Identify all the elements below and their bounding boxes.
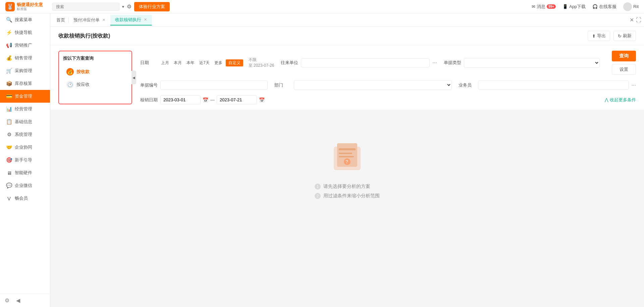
sidebar-item-marketing[interactable]: 📢 营销推广 [0, 39, 50, 52]
quick-date-last-month[interactable]: 上月 [160, 59, 170, 66]
query-button[interactable]: 查询 [612, 51, 636, 61]
settings-button[interactable]: 设置 [612, 64, 636, 75]
tab-prepay-close[interactable]: ✕ [102, 18, 105, 22]
collapse-more-label: 收起更多条件 [610, 97, 636, 103]
salesperson-input[interactable] [478, 81, 629, 90]
sidebar-label-search: 搜索菜单 [15, 17, 32, 23]
purchase-icon: 🛒 [6, 68, 12, 74]
sidebar-item-shortcut[interactable]: ⚡ 快捷导航 [0, 26, 50, 39]
messages-btn[interactable]: ✉ 消息 99+ [532, 4, 556, 10]
filter-sidebar: 按以下方案查询 💰 按收款 🕐 按应收 ◀ [58, 51, 132, 104]
filter-receivable-icon: 🕐 [66, 81, 74, 88]
sidebar-settings-icon[interactable]: ⚙ [5, 297, 9, 304]
user-avatar [623, 2, 632, 11]
tab-bar: 首页 预付冲应付单 ✕ 收款核销执行 ✕ ✕ ⛶ [50, 13, 644, 27]
basic-icon: 📋 [6, 119, 12, 125]
sidebar-item-wechat[interactable]: 💬 企业微信 [0, 179, 50, 192]
writeoff-end-input[interactable] [217, 95, 257, 104]
writeoff-end-calendar-icon[interactable]: 📅 [259, 97, 265, 103]
sidebar-item-inventory[interactable]: 📦 库存核算 [0, 77, 50, 90]
tab-writeoff-close[interactable]: ✕ [144, 17, 147, 22]
writeoff-date-label: 核销日期 [140, 97, 158, 103]
counterparty-ellipsis-btn[interactable]: ··· [432, 60, 437, 66]
sidebar-label-finance: 资金管理 [15, 93, 32, 99]
sidebar-label-management: 经营管理 [15, 106, 32, 112]
writeoff-start-calendar-icon[interactable]: 📅 [203, 97, 208, 103]
quick-date-custom[interactable]: 自定义 [226, 59, 243, 66]
trial-button[interactable]: 体验行业方案 [134, 2, 170, 11]
sidebar-label-inventory: 库存核算 [15, 81, 32, 87]
edition-label: 标准版 [17, 7, 43, 11]
app-download-btn[interactable]: 📱 App下载 [562, 4, 586, 10]
tab-close-all-btn[interactable]: ✕ [630, 17, 634, 23]
query-actions: 查询 设置 [612, 51, 636, 75]
quick-date-7days[interactable]: 近7天 [198, 59, 211, 66]
top-header: 🐰 畅捷通好生意 标准版 ▾ ⚙ 体验行业方案 ✉ 消息 99+ 📱 App下载… [0, 0, 644, 13]
empty-tips: 1 请先选择要分析的方案 2 用过滤条件来缩小分析范围 [315, 184, 380, 199]
app-download-label: App下载 [569, 4, 586, 10]
user-menu[interactable]: Rit [623, 2, 639, 11]
filter-option-by-receipt[interactable]: 💰 按收款 [63, 65, 127, 78]
sidebar-item-sales[interactable]: 💰 销售管理 [0, 52, 50, 64]
header-dropdown-btn[interactable]: ▾ [122, 4, 124, 9]
filter-fields: 日期 上月 本月 本年 近7天 更多 自定义 不限 至 2023-07-26 [140, 51, 636, 104]
sidebar-collapse-icon[interactable]: ◀ [16, 297, 20, 304]
sidebar-item-member[interactable]: V 畅会员 [0, 192, 50, 205]
quick-date-this-year[interactable]: 本年 [185, 59, 196, 66]
tab-prepay[interactable]: 预付冲应付单 ✕ [69, 15, 110, 25]
sidebar-label-guide: 新手引导 [15, 157, 32, 163]
shortcut-icon: ⚡ [6, 30, 12, 36]
svg-rect-4 [339, 156, 354, 157]
filter-option-by-receivable[interactable]: 🕐 按应收 [63, 78, 127, 91]
quick-dates: 上月 本月 本年 近7天 更多 自定义 [160, 59, 243, 66]
sidebar-item-search[interactable]: 🔍 搜索菜单 [0, 13, 50, 26]
home-tab[interactable]: 首页 [53, 15, 68, 25]
sidebar-item-cooperation[interactable]: 🤝 企业协同 [0, 141, 50, 154]
header-center: ▾ ⚙ 体验行业方案 [52, 2, 532, 11]
page-title: 收款核销执行(按收款) [58, 33, 110, 44]
department-select[interactable] [294, 80, 452, 90]
tab-fullscreen-btn[interactable]: ⛶ [636, 17, 641, 23]
sidebar-item-guide[interactable]: 🎯 新手引导 [0, 154, 50, 166]
header-right: ✉ 消息 99+ 📱 App下载 🎧 在线客服 Rit [532, 2, 639, 11]
writeoff-date-field: 核销日期 📅 — 📅 [140, 95, 265, 104]
counterparty-label: 往来单位 [281, 60, 298, 66]
export-label: 导出 [597, 33, 606, 39]
svg-text:?: ? [345, 159, 348, 164]
tab-writeoff[interactable]: 收款核销执行 ✕ [110, 15, 152, 25]
sidebar-item-purchase[interactable]: 🛒 采购管理 [0, 64, 50, 77]
collapse-icon: ⋀ [605, 97, 608, 102]
filter-sidebar-collapse-btn[interactable]: ◀ [131, 71, 136, 84]
refresh-button[interactable]: ↻ 刷新 [613, 31, 636, 41]
sidebar-item-finance[interactable]: 💳 资金管理 [0, 90, 50, 103]
writeoff-start-input[interactable] [160, 95, 201, 104]
filter-row-2: 单据编号 部门 业务员 ··· [140, 80, 636, 90]
global-search-input[interactable] [52, 3, 119, 11]
counterparty-field: 往来单位 ··· [281, 58, 437, 67]
quick-date-this-month[interactable]: 本月 [172, 59, 183, 66]
sidebar-item-hardware[interactable]: 🖥 智能硬件 [0, 166, 50, 179]
date-separator: — [210, 97, 215, 102]
salesperson-ellipsis-btn[interactable]: ··· [632, 82, 636, 88]
brand-name: 畅捷通好生意 [17, 2, 43, 7]
quick-date-more[interactable]: 更多 [213, 59, 224, 66]
doc-number-input[interactable] [160, 81, 268, 90]
counterparty-input[interactable] [301, 58, 430, 67]
date-no-limit: 不限 [249, 57, 274, 63]
collapse-more-btn[interactable]: ⋀ 收起更多条件 [605, 97, 636, 103]
doc-type-select[interactable] [464, 58, 600, 68]
export-button[interactable]: ⬆ 导出 [588, 31, 610, 41]
export-icon: ⬆ [592, 34, 596, 39]
sidebar-item-basic[interactable]: 📋 基础信息 [0, 115, 50, 128]
date-range-display: 不限 至 2023-07-26 [249, 57, 274, 68]
main-content: 收款核销执行(按收款) ⬆ 导出 ↻ 刷新 按以下方案查询 💰 按收款 🕐 按应… [50, 27, 644, 307]
sidebar-item-management[interactable]: 📊 经营管理 [0, 103, 50, 115]
online-service-btn[interactable]: 🎧 在线客服 [592, 4, 616, 10]
tab-prepay-label: 预付冲应付单 [73, 17, 100, 23]
tip-num-2: 2 [315, 193, 321, 199]
app-icon: 📱 [562, 4, 568, 9]
settings-icon[interactable]: ⚙ [127, 3, 131, 10]
sidebar-item-system[interactable]: ⚙ 系统管理 [0, 128, 50, 141]
refresh-icon: ↻ [618, 34, 622, 39]
hardware-icon: 🖥 [6, 170, 12, 176]
